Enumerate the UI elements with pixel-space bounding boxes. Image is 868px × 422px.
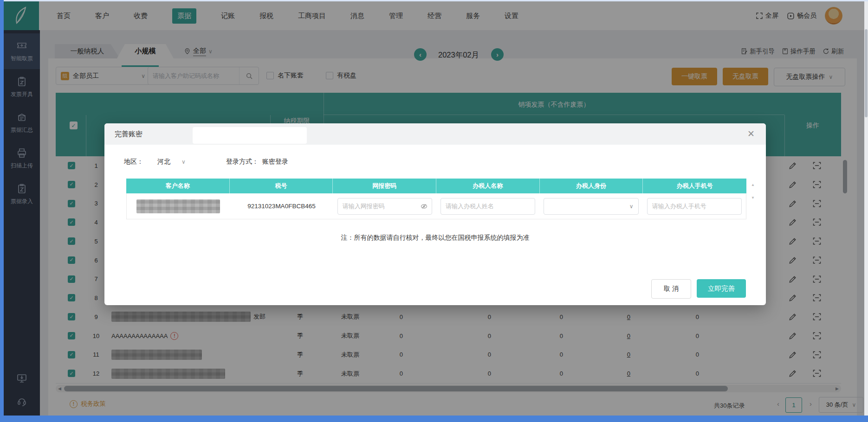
login-mode-value: 账密登录 [262, 158, 288, 166]
dialog-note: 注：所有的数据请自行核对，最终以您在国税申报系统的填报为准 [104, 234, 766, 242]
chevron-down-icon: ∨ [629, 203, 634, 210]
chevron-down-icon[interactable]: ∨ [181, 159, 186, 165]
eye-off-icon[interactable] [420, 202, 428, 210]
close-icon[interactable]: ✕ [747, 128, 755, 139]
browser-scrollbar[interactable] [864, 1, 868, 416]
scroll-down-icon[interactable]: ▼ [750, 196, 756, 200]
agent-phone-input[interactable] [647, 198, 742, 215]
login-mode-label: 登录方式： [226, 158, 259, 166]
credentials-table-row: 92131023MA0FBCB465 ∨ [126, 193, 746, 219]
window-left-edge [0, 0, 4, 422]
credentials-table-header: 客户名称 税号 网报密码 办税人名称 办税人身份 办税人手机号 [126, 179, 746, 193]
web-password-input[interactable] [337, 198, 432, 215]
window-bottom-edge [0, 416, 868, 422]
col-agent-name: 办税人名称 [436, 179, 540, 193]
browser-scrollbar-thumb[interactable] [865, 29, 868, 117]
complete-credentials-dialog: 完善账密 ✕ 地区： 河北 ∨ 登录方式： 账密登录 客户名称 税号 网报密码 … [104, 123, 766, 305]
dialog-title: 完善账密 [115, 130, 143, 139]
agent-name-input[interactable] [440, 198, 535, 215]
region-field-value[interactable]: 河北 [157, 158, 170, 166]
cancel-button[interactable]: 取 消 [651, 279, 691, 299]
col-customer-name: 客户名称 [126, 179, 230, 193]
tax-number-value: 92131023MA0FBCB465 [230, 193, 333, 219]
floating-white-block [193, 127, 307, 144]
scroll-up-icon[interactable]: ▲ [750, 183, 756, 187]
col-agent-identity: 办税人身份 [540, 179, 643, 193]
col-web-password: 网报密码 [333, 179, 436, 193]
redacted-customer-name [136, 199, 220, 213]
col-tax-number: 税号 [230, 179, 333, 193]
credentials-table: 客户名称 税号 网报密码 办税人名称 办税人身份 办税人手机号 92131023… [126, 179, 746, 219]
confirm-button[interactable]: 立即完善 [697, 279, 746, 298]
window-top-edge [0, 0, 868, 1]
col-agent-phone: 办税人手机号 [643, 179, 746, 193]
region-field-label: 地区： [124, 158, 143, 166]
agent-identity-select[interactable]: ∨ [544, 198, 638, 215]
